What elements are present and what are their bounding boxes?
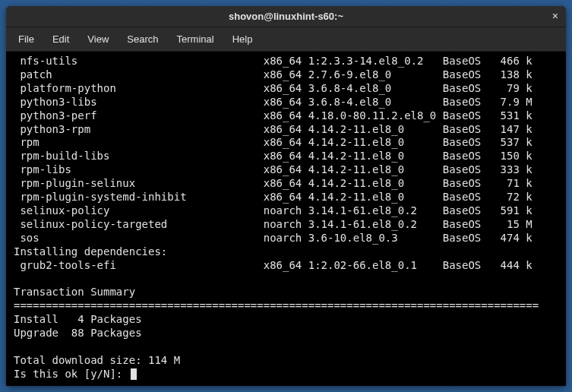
terminal-output[interactable]: nfs-utils x86_64 1:2.3.3-14.el8_0.2 Base… (6, 52, 566, 386)
menu-view[interactable]: View (78, 30, 118, 48)
window-title: shovon@linuxhint-s60:~ (229, 11, 343, 22)
menu-file[interactable]: File (9, 30, 43, 48)
cursor (131, 368, 137, 380)
menu-edit[interactable]: Edit (43, 30, 78, 48)
menu-terminal[interactable]: Terminal (168, 30, 223, 48)
confirm-prompt: Is this ok [y/N]: (14, 368, 129, 380)
close-icon[interactable]: × (552, 10, 558, 22)
menu-search[interactable]: Search (118, 30, 167, 48)
terminal-window: shovon@linuxhint-s60:~ × File Edit View … (6, 6, 566, 386)
titlebar: shovon@linuxhint-s60:~ × (6, 6, 566, 27)
menubar: File Edit View Search Terminal Help (6, 27, 566, 52)
menu-help[interactable]: Help (223, 30, 262, 48)
